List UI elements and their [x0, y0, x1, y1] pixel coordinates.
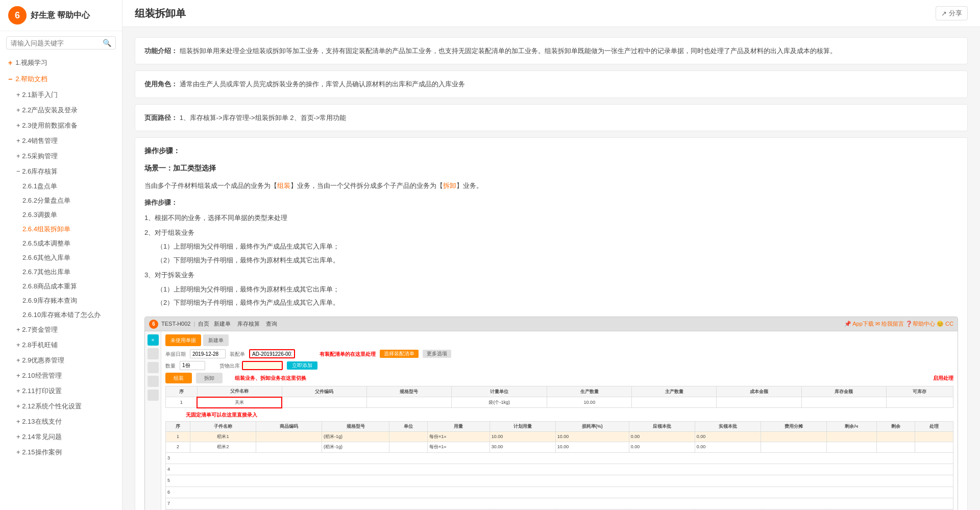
sidebar-item-inventory[interactable]: − 2.6库存核算 — [0, 164, 122, 179]
th-spec: 规格型号 — [366, 386, 451, 397]
td2-cost — [761, 442, 826, 452]
sidebar-item-finance[interactable]: + 2.7资金管理 — [0, 322, 122, 337]
sidebar-item-videos[interactable]: + 1.视频学习 — [0, 55, 122, 71]
sidebar-item-label: 2.帮助文档 — [15, 75, 47, 84]
td2-usage: 每份×1= — [428, 432, 490, 442]
sidebar-item-newbie[interactable]: + 2.1新手入门 — [0, 87, 122, 103]
th2-remaining1: 剩余/ч — [826, 421, 876, 431]
app-toggle-row: 组装 拆卸 组装业务、拆卸业务在这里切换 启用处理 — [165, 373, 953, 383]
td2-name: 稻米2 — [190, 442, 256, 452]
app-tab-pending[interactable]: 未使用单据 — [165, 334, 201, 346]
share-icon: ↗ — [941, 10, 947, 17]
page-title: 组装拆卸单 — [135, 7, 186, 20]
intro-label: 功能介绍： — [144, 47, 178, 55]
th-main-prod: 主产数量 — [632, 386, 717, 397]
sidebar-item-mobile[interactable]: + 2.8手机旺铺 — [0, 337, 122, 353]
sidebar-item-transfer[interactable]: 2.6.3调拨单 — [0, 208, 122, 222]
td2-rem2 — [876, 432, 915, 442]
sidebar-item-stocktake[interactable]: 2.6.1盘点单 — [0, 179, 122, 193]
plus-icon: + — [16, 122, 20, 129]
plus-icon: + — [16, 326, 20, 333]
sidebar-item-assembly[interactable]: 2.6.4组装拆卸单 — [0, 222, 122, 236]
th-unit: 计量单位 — [451, 386, 547, 397]
plus-icon: + — [16, 448, 20, 456]
step3-sub2: （2）下部明细为子件明细，最终作为产成品生成其它入库单。 — [153, 297, 958, 308]
scene1-desc: 当由多个子件材料组装成一个成品的业务为【组装】业务，当由一个父件拆分成多个子产品… — [144, 180, 958, 191]
empty-row: 6 — [166, 487, 953, 498]
sidebar-item-sales[interactable]: + 2.4销售管理 — [0, 133, 122, 149]
sidebar-item-stock-error[interactable]: 2.6.10库存账本错了怎么办 — [0, 308, 122, 322]
th2-cost-alloc: 费用分摊 — [761, 421, 826, 431]
td2-loss: 10.00 — [555, 442, 629, 452]
app-lower-table: 序 子件名称 商品编码 规格型号 单位 用量 计划用量 损耗率(%) 应领本批 — [165, 421, 953, 510]
app-icons: 📌 App下载 ✉ 给我留言 ❓帮助中心 😊 CC — [844, 319, 953, 329]
search-icon[interactable]: 🔍 — [103, 39, 111, 47]
app-btn-confirm[interactable]: 立即添加 — [287, 361, 317, 370]
sidebar-item-payment[interactable]: + 2.13在线支付 — [0, 414, 122, 429]
sidebar-item-purchase[interactable]: + 2.5采购管理 — [0, 149, 122, 164]
td2-actual-pick: 0.00 — [695, 432, 761, 442]
lower-table-row: 5 — [166, 475, 953, 487]
sidebar-item-docs[interactable]: − 2.帮助文档 — [0, 71, 122, 87]
sidebar-sub-label: 2.2产品安装及登录 — [22, 106, 78, 114]
sidebar-item-partial-stocktake[interactable]: 2.6.2分量盘点单 — [0, 193, 122, 208]
plus-icon: + — [16, 152, 20, 160]
path-block: 页面路径： 1、库存核算->库存管理->组装拆卸单 2、首页->常用功能 — [135, 104, 968, 131]
app-toggle-disassembly[interactable]: 拆卸 — [196, 373, 223, 383]
th2-unit: 单位 — [389, 421, 428, 431]
td2-spec: (稻米-1g) — [322, 432, 389, 442]
sidebar-sub-label: 2.13在线支付 — [22, 418, 61, 425]
app-qty-input[interactable] — [180, 361, 205, 370]
app-form-area: 未使用单据 新建单 单据日期 装配单 有装配清单的在这里处理 选择装配清单 更多… — [161, 331, 958, 510]
sidebar-item-cost-recalc[interactable]: 2.6.8商品成本重算 — [0, 279, 122, 294]
sidebar-sub-label: 2.15操作案例 — [22, 448, 61, 456]
step2-sub1: （1）上部明细为父件明细，最终作为产成品生成其它入库单； — [153, 240, 958, 252]
app-nav-text: 自页 新建单 库存核算 查询 — [198, 319, 277, 329]
app-select-input[interactable] — [242, 361, 283, 370]
td2-cost — [761, 432, 826, 442]
plus-icon: + — [16, 106, 20, 114]
search-input[interactable] — [11, 39, 103, 47]
sidebar-sub-sub-label: 2.6.5成本调整单 — [22, 239, 70, 247]
app-topbar-id: TEST-H002 — [161, 319, 190, 329]
app-sidebar-icon2 — [148, 348, 159, 359]
td-parent-code — [282, 397, 366, 408]
th-cost-amt: 成本金额 — [717, 386, 801, 397]
steps-title: 操作步骤： — [144, 145, 958, 157]
sidebar-item-operation[interactable]: + 2.10经营管理 — [0, 368, 122, 383]
plus-icon: + — [8, 59, 12, 67]
sidebar-item-customize[interactable]: + 2.12系统个性化设置 — [0, 399, 122, 414]
sidebar-item-other-out[interactable]: 2.6.7其他出库单 — [0, 265, 122, 279]
plus-icon: + — [16, 418, 20, 425]
main-panel: 组装拆卸单 ↗ 分享 功能介绍： 组装拆卸单用来处理企业组装或拆卸等加工业务，支… — [122, 0, 980, 510]
td2-rem1 — [826, 432, 876, 442]
sidebar-item-cost-adjust[interactable]: 2.6.5成本调整单 — [0, 236, 122, 251]
search-box[interactable]: 🔍 — [6, 36, 116, 50]
app-assembly-input[interactable] — [249, 349, 295, 358]
sidebar-item-install[interactable]: + 2.2产品安装及登录 — [0, 103, 122, 118]
app-date-input[interactable] — [190, 349, 226, 358]
topbar: 组装拆卸单 ↗ 分享 — [122, 0, 980, 27]
sidebar-item-data-prep[interactable]: + 2.3使用前数据准备 — [0, 118, 122, 133]
path-text: 1、库存核算->库存管理->组装拆卸单 2、首页->常用功能 — [180, 114, 347, 122]
sidebar-item-faq[interactable]: + 2.14常见问题 — [0, 429, 122, 445]
app-form-row2: 数量 货物出库 立即添加 — [165, 361, 953, 370]
sidebar-sub-label: 2.10经营管理 — [22, 372, 61, 379]
app-date-label: 单据日期 — [165, 350, 186, 358]
td2-unit — [389, 432, 428, 442]
app-btn-more[interactable]: 更多选项 — [423, 350, 451, 358]
sidebar-item-stock-query[interactable]: 2.6.9库存账本查询 — [0, 294, 122, 308]
plus-icon: + — [16, 137, 20, 144]
sidebar-item-other-in[interactable]: 2.6.6其他入库单 — [0, 251, 122, 265]
sidebar-sub-sub-label: 2.6.7其他出库单 — [22, 268, 70, 276]
sidebar-item-print[interactable]: + 2.11打印设置 — [0, 383, 122, 399]
app-tab-new[interactable]: 新建单 — [203, 334, 229, 346]
app-toggle-assembly[interactable]: 组装 — [165, 373, 192, 383]
share-button[interactable]: ↗ 分享 — [936, 6, 968, 20]
sidebar-sub-sub-label: 2.6.8商品成本重算 — [22, 282, 77, 290]
sidebar-sub-label: 2.9优惠券管理 — [22, 356, 64, 364]
app-btn-select-assembly[interactable]: 选择装配清单 — [380, 350, 419, 358]
th-prod-qty: 生产数量 — [547, 386, 632, 397]
sidebar-item-coupon[interactable]: + 2.9优惠券管理 — [0, 353, 122, 368]
sidebar-item-cases[interactable]: + 2.15操作案例 — [0, 445, 122, 460]
